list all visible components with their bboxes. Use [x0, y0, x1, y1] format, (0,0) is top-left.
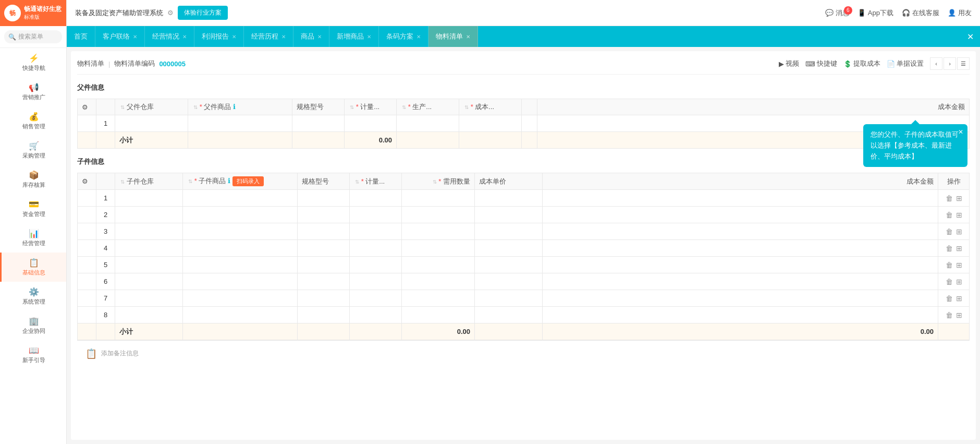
tab-profit-close[interactable]: ✕: [232, 34, 236, 40]
tooltip-close-button[interactable]: ✕: [958, 127, 963, 137]
online-support-button[interactable]: 🎧 在线客服: [902, 8, 939, 18]
child-row8-spec[interactable]: [298, 307, 350, 323]
user-button[interactable]: 👤 用友: [948, 8, 972, 18]
child-row3-warehouse[interactable]: [115, 223, 183, 240]
child-row8-warehouse[interactable]: [115, 307, 183, 323]
child-row6-qty[interactable]: [402, 273, 475, 290]
sidebar-item-guide[interactable]: 📖 新手引导: [0, 340, 66, 369]
sidebar-item-enterprise[interactable]: 🏢 企业协同: [0, 311, 66, 340]
child-row2-qty[interactable]: [402, 207, 475, 223]
sidebar-item-operations[interactable]: 📊 经营管理: [0, 223, 66, 253]
copy-icon-row3[interactable]: ⊞: [956, 227, 962, 236]
delete-icon-row7[interactable]: 🗑: [946, 294, 953, 303]
tab-barcode[interactable]: 条码方案 ✕: [379, 26, 428, 47]
sidebar-search-area[interactable]: 🔍 搜索菜单: [0, 26, 66, 48]
child-row1-goods[interactable]: [183, 190, 298, 207]
tab-barcode-close[interactable]: ✕: [416, 34, 421, 40]
child-row6-goods[interactable]: [183, 273, 298, 290]
parent-row1-production[interactable]: [397, 115, 459, 132]
app-download-button[interactable]: 📱 App下载: [858, 8, 893, 18]
parent-row1-unit[interactable]: [345, 115, 397, 132]
tab-operations-close[interactable]: ✕: [182, 34, 187, 40]
child-row7-unit-cost[interactable]: [475, 290, 543, 307]
child-row1-unit[interactable]: [350, 190, 402, 207]
child-row4-unit-cost[interactable]: [475, 240, 543, 257]
child-col-settings[interactable]: ⚙: [78, 173, 96, 190]
child-row3-unit-cost[interactable]: [475, 223, 543, 240]
copy-icon-row8[interactable]: ⊞: [956, 311, 962, 319]
copy-icon-row7[interactable]: ⊞: [956, 294, 962, 303]
nav-next-btn[interactable]: ›: [944, 57, 956, 70]
child-row5-unit-cost[interactable]: [475, 257, 543, 273]
notes-text[interactable]: 添加备注信息: [101, 349, 139, 358]
sidebar-item-inventory[interactable]: 📦 库存核算: [0, 165, 66, 194]
child-row1-warehouse[interactable]: [115, 190, 183, 207]
child-row2-unit[interactable]: [350, 207, 402, 223]
child-row4-spec[interactable]: [298, 240, 350, 257]
tab-history[interactable]: 经营历程 ✕: [244, 26, 293, 47]
child-row2-unit-cost[interactable]: [475, 207, 543, 223]
child-row1-spec[interactable]: [298, 190, 350, 207]
child-row1-qty[interactable]: [402, 190, 475, 207]
child-row8-qty[interactable]: [402, 307, 475, 323]
single-settings-action[interactable]: 📄 单据设置: [887, 59, 924, 68]
nav-menu-btn[interactable]: ☰: [957, 57, 970, 70]
child-row4-qty[interactable]: [402, 240, 475, 257]
child-row3-qty[interactable]: [402, 223, 475, 240]
sidebar-item-system[interactable]: ⚙️ 系统管理: [0, 282, 66, 311]
tab-bom-close[interactable]: ✕: [466, 34, 470, 40]
copy-icon-row2[interactable]: ⊞: [956, 211, 962, 219]
child-row5-goods[interactable]: [183, 257, 298, 273]
message-button[interactable]: 💬 消息 6: [825, 8, 849, 18]
copy-icon-row4[interactable]: ⊞: [956, 244, 962, 253]
delete-icon-row1[interactable]: 🗑: [946, 194, 953, 202]
sidebar-item-marketing[interactable]: 📢 营销推广: [0, 77, 66, 106]
delete-icon-row4[interactable]: 🗑: [946, 244, 953, 253]
tab-home[interactable]: 首页: [67, 26, 95, 47]
child-row7-goods[interactable]: [183, 290, 298, 307]
parent-row1-warehouse[interactable]: [115, 115, 188, 132]
tab-new-goods[interactable]: 新增商品 ✕: [329, 26, 379, 47]
parent-row1-cost[interactable]: [459, 115, 522, 132]
child-row3-unit[interactable]: [350, 223, 402, 240]
child-row7-spec[interactable]: [298, 290, 350, 307]
child-row6-unit[interactable]: [350, 273, 402, 290]
child-row4-warehouse[interactable]: [115, 240, 183, 257]
child-row2-warehouse[interactable]: [115, 207, 183, 223]
scan-input-button[interactable]: 扫码录入: [232, 176, 264, 186]
parent-row1-spec[interactable]: [292, 115, 345, 132]
parent-row1-goods[interactable]: [188, 115, 292, 132]
tabbar-close-all[interactable]: ✕: [961, 32, 980, 42]
parent-col-settings[interactable]: ⚙: [78, 99, 96, 115]
child-row7-qty[interactable]: [402, 290, 475, 307]
nav-prev-btn[interactable]: ‹: [930, 57, 942, 70]
settings-icon[interactable]: ⚙: [167, 9, 174, 17]
child-row2-goods[interactable]: [183, 207, 298, 223]
tab-history-close[interactable]: ✕: [281, 34, 286, 40]
sidebar-item-quick-nav[interactable]: ⚡ 快捷导航: [0, 48, 66, 77]
copy-icon-row5[interactable]: ⊞: [956, 261, 962, 269]
tab-operations[interactable]: 经营情况 ✕: [145, 26, 194, 47]
delete-icon-row6[interactable]: 🗑: [946, 278, 953, 286]
copy-icon-row1[interactable]: ⊞: [956, 194, 962, 202]
child-row8-unit-cost[interactable]: [475, 307, 543, 323]
tab-new-goods-close[interactable]: ✕: [367, 34, 371, 40]
child-row7-unit[interactable]: [350, 290, 402, 307]
sidebar-item-sales[interactable]: 💰 销售管理: [0, 106, 66, 136]
tab-goods[interactable]: 商品 ✕: [293, 26, 329, 47]
child-row5-qty[interactable]: [402, 257, 475, 273]
child-row4-unit[interactable]: [350, 240, 402, 257]
delete-icon-row3[interactable]: 🗑: [946, 227, 953, 236]
child-row2-spec[interactable]: [298, 207, 350, 223]
child-row6-unit-cost[interactable]: [475, 273, 543, 290]
child-row3-goods[interactable]: [183, 223, 298, 240]
tab-profit[interactable]: 利润报告 ✕: [194, 26, 244, 47]
search-input-wrapper[interactable]: 🔍 搜索菜单: [4, 30, 62, 43]
trial-button[interactable]: 体验行业方案: [178, 6, 228, 20]
tab-goods-close[interactable]: ✕: [317, 34, 322, 40]
child-row6-spec[interactable]: [298, 273, 350, 290]
child-row7-warehouse[interactable]: [115, 290, 183, 307]
tab-bom[interactable]: 物料清单 ✕: [428, 26, 478, 47]
child-row8-unit[interactable]: [350, 307, 402, 323]
child-row4-goods[interactable]: [183, 240, 298, 257]
